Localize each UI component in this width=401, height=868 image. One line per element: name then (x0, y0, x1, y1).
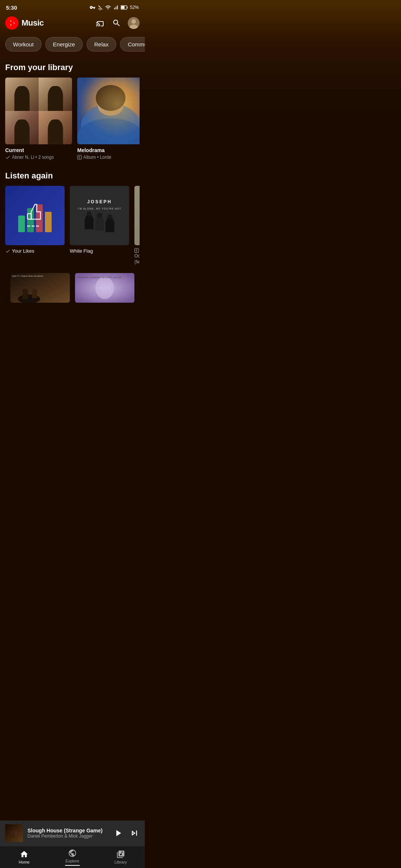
verified-icon (5, 155, 10, 160)
svg-point-34 (32, 288, 37, 293)
melodrama-card-meta: E Album • Lorde (77, 155, 140, 160)
status-time: 5:30 (6, 4, 17, 11)
your-likes-meta: Your Likes (5, 248, 65, 254)
battery-icon (121, 5, 128, 10)
wifi-icon (105, 4, 111, 10)
svg-point-12 (98, 95, 124, 116)
svg-text:FOLKLORE / EVERMORE / MIDNIGHT: FOLKLORE / EVERMORE / MIDNIGHTS / BIG OL… (78, 276, 121, 279)
bell-muted-icon (97, 4, 103, 10)
svg-rect-18 (27, 208, 34, 232)
from-library-title: From your library (5, 63, 140, 72)
listen-again-section: Listen again (0, 164, 145, 303)
svg-rect-9 (77, 78, 140, 144)
key-icon (89, 4, 95, 10)
melodrama-card-title: Melodrama (77, 147, 140, 153)
svg-rect-1 (121, 6, 124, 9)
svg-rect-17 (18, 216, 25, 232)
explicit-badge: E (77, 155, 82, 160)
svg-text:Apple TV+ Original Series Soun: Apple TV+ Original Series Soundtrack (12, 275, 43, 277)
svg-point-38 (95, 277, 114, 299)
grid-cell-3 (5, 111, 39, 144)
chip-energize[interactable]: Energize (45, 37, 83, 52)
svg-rect-20 (45, 212, 52, 232)
svg-rect-22 (32, 226, 35, 227)
logo-container: Music (5, 16, 44, 30)
cast-button[interactable] (95, 18, 105, 28)
row2-card-purple[interactable]: FOLKLORE / EVERMORE / MIDNIGHTS / BIG OL… (75, 273, 134, 303)
current-thumb (5, 78, 72, 144)
battery-percent: 52% (130, 5, 139, 10)
from-library-section: From your library (0, 56, 145, 164)
svg-rect-2 (127, 7, 128, 9)
listen-card-ooh-ahh[interactable]: GRITS THE ART OF TRANSLATION (134, 186, 140, 265)
library-card-melodrama[interactable]: Melodrama E Album • Lorde (77, 78, 140, 160)
current-card-meta: Abner N. Li • 2 songs (5, 155, 72, 160)
status-icons: 52% (89, 4, 139, 10)
joseph-album-text: JOSEPH (87, 199, 112, 204)
svg-point-32 (22, 289, 28, 295)
app-header: Music (0, 13, 145, 33)
library-cards-container: Current Abner N. Li • 2 songs (5, 78, 140, 164)
ooh-ahh-subtitle: Ooh Ahh (My Life Be Like) (feat. tobyMac… (134, 253, 140, 265)
listen-card-white-flag[interactable]: JOSEPH I'M ALONE, NO YOU'RE NOT White Fl… (70, 186, 129, 265)
svg-point-13 (96, 85, 125, 111)
grits-explicit-badge: E (134, 248, 139, 253)
chip-workout[interactable]: Workout (5, 37, 42, 52)
svg-rect-33 (22, 294, 28, 299)
listen-cards-row2: Apple TV+ Original Series Soundtrack (5, 269, 140, 303)
svg-rect-23 (36, 226, 39, 227)
svg-point-7 (131, 19, 136, 24)
header-actions (95, 17, 140, 29)
current-card-title: Current (5, 147, 72, 153)
white-flag-thumb: JOSEPH I'M ALONE, NO YOU'RE NOT (70, 186, 129, 245)
svg-point-11 (77, 118, 140, 144)
svg-point-10 (81, 103, 140, 144)
grid-cell-4 (39, 111, 72, 144)
grits-thumb: GRITS THE ART OF TRANSLATION (134, 186, 140, 245)
chip-relax[interactable]: Relax (87, 37, 116, 52)
purple-thumb: FOLKLORE / EVERMORE / MIDNIGHTS / BIG OL… (75, 273, 134, 303)
your-likes-title: Your Likes (12, 248, 34, 254)
svg-rect-35 (32, 293, 37, 298)
library-card-current[interactable]: Current Abner N. Li • 2 songs (5, 78, 72, 160)
grid-cell-2 (39, 78, 72, 111)
slow-horses-thumb: Apple TV+ Original Series Soundtrack (10, 273, 70, 303)
search-button[interactable] (111, 18, 122, 28)
user-avatar[interactable] (128, 17, 140, 29)
listen-cards-row1: Your Likes JOSEPH I'M ALONE, NO YOU'RE N… (5, 186, 140, 269)
row2-card-slow-horses[interactable]: Apple TV+ Original Series Soundtrack (10, 273, 70, 303)
grid-cell-1 (5, 78, 39, 111)
joseph-subtitle-text: I'M ALONE, NO YOU'RE NOT (78, 207, 121, 210)
signal-icon (113, 4, 119, 10)
mood-chips-container: Workout Energize Relax Commute Focus (0, 33, 145, 56)
svg-point-5 (10, 21, 14, 25)
chip-commute[interactable]: Commute (120, 37, 145, 52)
listen-card-your-likes[interactable]: Your Likes (5, 186, 65, 265)
youtube-music-logo (5, 16, 19, 30)
status-bar: 5:30 52% (0, 0, 145, 13)
your-likes-thumb (5, 186, 65, 245)
verified-check-icon (5, 249, 10, 254)
app-title: Music (22, 18, 44, 28)
joseph-figures (85, 214, 114, 232)
listen-again-title: Listen again (5, 171, 140, 181)
svg-rect-21 (27, 226, 30, 227)
white-flag-title: White Flag (70, 248, 129, 254)
melodrama-thumb (77, 78, 140, 144)
